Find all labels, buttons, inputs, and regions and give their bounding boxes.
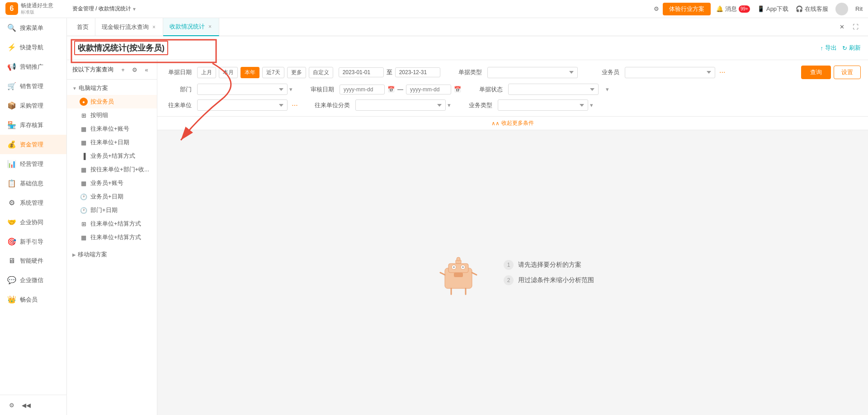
collapse-bar[interactable]: ∧∧ 收起更多条件 [157,117,868,130]
user-avatar[interactable] [835,3,848,15]
sidebar-item-search[interactable]: 🔍 搜索菜单 [0,18,66,38]
export-button[interactable]: ↑ 导出 [821,44,837,52]
audit-from-input[interactable] [340,85,385,94]
counterpart-cat-select[interactable] [355,99,446,111]
tree-child-unit-account[interactable]: ▦ 往来单位+账号 [67,122,157,136]
sidebar-item-basic-info[interactable]: 📋 基础信息 [0,174,66,193]
date-btn-this-year[interactable]: 本年 [241,67,259,78]
query-button[interactable]: 查询 [801,66,831,79]
tab-maximize-btn[interactable]: ⛶ [850,22,861,33]
bar-chart-icon: ▐ [80,152,88,160]
sidebar-collapse-btn[interactable]: ◀◀ [20,399,33,411]
tree-parent-pc[interactable]: ▼ 电脑端方案 [67,81,157,95]
audit-to-input[interactable] [406,85,451,94]
tab-collection-stats[interactable]: 收款情况统计 × [163,18,219,36]
sidebar-item-sales[interactable]: 🛒 销售管理 [0,76,66,96]
tree-child-salesman[interactable]: ● 按业务员 [67,95,157,108]
calendar-icon-1[interactable]: 📅 [387,86,395,93]
biz-type-select[interactable] [498,99,588,111]
sidebar-item-label-guide: 新手引导 [20,238,43,246]
add-scheme-btn[interactable]: + [118,65,128,75]
sidebar-item-guide[interactable]: 🎯 新手引导 [0,232,66,251]
tree-parent-mobile[interactable]: ▶ 移动端方案 [67,248,157,261]
sidebar-item-enterprise[interactable]: 🤝 企业协同 [0,212,66,232]
doc-status-select[interactable] [508,84,599,95]
dept-select[interactable] [197,84,288,95]
tree-child-unit-dept[interactable]: ▦ 按往来单位+部门+收... [67,163,157,176]
date-btn-custom[interactable]: 自定义 [309,67,333,78]
calendar-icon-2[interactable]: 📅 [454,86,461,93]
doc-type-label: 单据类型 [455,68,482,76]
page-header-actions: ↑ 导出 ↻ 刷新 [821,44,861,52]
filter-row-2: 部门 ▾ 审核日期 📅 — [165,84,861,95]
collapse-panel-btn[interactable]: « [142,65,151,75]
refresh-button[interactable]: ↻ 刷新 [842,44,861,52]
tab-collection-stats-close[interactable]: × [208,23,212,31]
date-btn-7days[interactable]: 近7天 [262,67,284,78]
salesman-more-btn[interactable]: ··· [717,67,728,78]
counterpart-more-btn[interactable]: ··· [289,100,300,111]
tab-home[interactable]: 首页 [71,18,95,36]
date-btn-this-month[interactable]: 本月 [219,67,238,78]
tree-pc-section: ▼ 电脑端方案 ● 按业务员 ⊞ 按明细 ▦ [67,80,157,246]
sidebar-item-quick-nav[interactable]: ⚡ 快捷导航 [0,38,66,57]
quick-nav-icon: ⚡ [7,43,16,52]
date-btn-last-month[interactable]: 上月 [197,67,216,78]
basic-info-icon: 📋 [7,179,16,188]
app-download-action[interactable]: 📱 App下载 [757,5,788,13]
online-service-action[interactable]: 🎧 在线客服 [796,5,828,13]
tree-child-unit-settle-1[interactable]: ⊞ 往来单位+结算方式 [67,217,157,231]
date-buttons-group: 上月 本月 本年 近7天 更多 自定义 [197,67,333,78]
scheme-settings-btn[interactable]: ⚙ [130,65,140,75]
sidebar-item-inventory[interactable]: 🏪 库存核算 [0,115,66,135]
download-icon: 📱 [757,5,764,12]
nav-chevron-icon: ▾ [133,6,136,12]
tree-child-dept-date[interactable]: 🕐 部门+日期 [67,203,157,217]
biz-type-group: ▾ [498,99,593,111]
svg-rect-6 [454,273,463,277]
tab-close-all-btn[interactable]: ✕ [836,22,847,33]
left-panel-header: 按以下方案查询 + ⚙ « [67,60,157,80]
sidebar-item-operations[interactable]: 📊 经营管理 [0,154,66,174]
table-icon-3: ▦ [80,165,88,174]
tree-child-unit-settle-2[interactable]: ▦ 往来单位+结算方式 [67,231,157,244]
system-icon: ⚙ [7,198,16,207]
date-to-input[interactable] [395,67,440,77]
trial-button[interactable]: 体验行业方案 [663,3,711,15]
svg-line-8 [472,273,476,275]
tree-child-detail[interactable]: ⊞ 按明细 [67,108,157,122]
settings-button[interactable]: 设置 [834,66,861,79]
sidebar-item-purchase[interactable]: 📦 采购管理 [0,96,66,115]
tree-child-salesman-account[interactable]: ▦ 业务员+账号 [67,176,157,190]
date-from-input[interactable] [339,67,384,77]
sidebar-settings-btn[interactable]: ⚙ [5,399,18,411]
refresh-icon: ↻ [842,45,847,52]
clock-icon-1: 🕐 [80,193,88,201]
purchase-icon: 📦 [7,101,16,110]
messages-action[interactable]: 🔔 消息 99+ [716,5,750,13]
salesman-select[interactable] [625,67,715,78]
tree-child-salesman-settle[interactable]: ▐ 业务员+结算方式 [67,149,157,163]
inventory-icon: 🏪 [7,121,16,129]
dept-label: 部门 [165,85,192,94]
sidebar-item-hardware[interactable]: 🖥 智能硬件 [0,251,66,270]
svg-point-12 [457,257,460,261]
tab-bank-flow[interactable]: 现金银行流水查询 × [95,18,163,36]
settings-icon[interactable]: ⚙ [650,3,663,15]
sales-icon: 🛒 [7,82,16,90]
left-panel-title: 按以下方案查询 [72,66,113,74]
date-btn-more[interactable]: 更多 [287,67,306,78]
sidebar-item-label-wechat: 企业微信 [20,276,43,284]
counterpart-select[interactable] [197,99,288,111]
doc-type-select[interactable] [487,67,578,78]
content-area: 首页 现金银行流水查询 × 收款情况统计 × ✕ ⛶ 收款情况统计(按业务员) [67,18,868,415]
tree-child-unit-date[interactable]: ▦ 往来单位+日期 [67,136,157,149]
tree-child-salesman-date[interactable]: 🕐 业务员+日期 [67,190,157,203]
sidebar-item-marketing[interactable]: 📢 营销推广 [0,57,66,76]
sidebar-item-finance[interactable]: 💰 资金管理 [0,135,66,154]
username-label[interactable]: Rit [855,5,863,12]
sidebar-item-wechat[interactable]: 💬 企业微信 [0,270,66,290]
tab-bank-flow-close[interactable]: × [151,23,156,31]
sidebar-item-member[interactable]: 👑 畅会员 [0,290,66,309]
sidebar-item-system[interactable]: ⚙ 系统管理 [0,193,66,212]
